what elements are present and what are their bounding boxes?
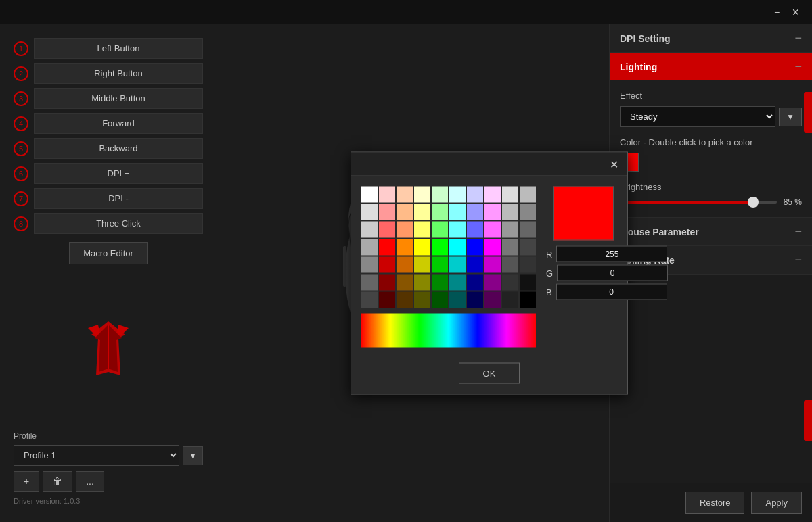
color-cell[interactable] [449,204,466,220]
minimize-button[interactable]: − [767,5,786,20]
brightness-thumb[interactable] [748,197,759,208]
color-cell[interactable] [397,187,413,203]
color-cell[interactable] [502,257,518,273]
color-cell[interactable] [379,292,395,308]
color-cell[interactable] [520,275,536,291]
color-cell[interactable] [397,239,413,256]
restore-button[interactable]: Restore [685,492,745,514]
button-label[interactable]: Forward [34,113,203,134]
color-cell[interactable] [432,292,448,308]
delete-profile-button[interactable]: 🗑 [43,471,72,492]
color-cell[interactable] [432,187,448,203]
color-cell[interactable] [361,257,378,273]
close-button[interactable]: ✕ [786,5,805,20]
color-cell[interactable] [449,292,466,308]
color-cell[interactable] [361,204,378,220]
color-cell[interactable] [502,239,518,256]
brightness-slider[interactable] [620,201,777,204]
color-cell[interactable] [520,204,536,220]
ok-button[interactable]: OK [459,363,520,384]
profile-dropdown-icon[interactable]: ▼ [183,446,203,465]
color-cell[interactable] [397,257,413,273]
g-input[interactable] [557,265,668,281]
color-cell[interactable] [397,222,413,238]
b-input[interactable] [556,284,667,300]
color-cell[interactable] [467,204,483,220]
color-cell[interactable] [502,222,518,238]
color-cell[interactable] [432,239,448,256]
button-label[interactable]: DPI + [34,163,203,184]
color-cell[interactable] [379,275,395,291]
color-cell[interactable] [432,257,448,273]
color-cell[interactable] [484,257,501,273]
color-cell[interactable] [502,275,518,291]
color-cell[interactable] [449,222,466,238]
color-cell[interactable] [379,222,395,238]
color-cell[interactable] [520,292,536,308]
dpi-header[interactable]: DPI Setting − [610,24,812,52]
color-cell[interactable] [414,275,430,291]
button-label[interactable]: Right Button [34,63,203,84]
color-cell[interactable] [449,239,466,256]
color-cell[interactable] [467,257,483,273]
color-cell[interactable] [414,239,430,256]
color-cell[interactable] [467,187,483,203]
color-cell[interactable] [414,187,430,203]
color-cell[interactable] [379,257,395,273]
button-label[interactable]: Three Click [34,213,203,234]
color-cell[interactable] [484,204,501,220]
color-cell[interactable] [361,239,378,256]
color-cell[interactable] [502,204,518,220]
macro-editor-button[interactable]: Macro Editor [69,242,148,264]
color-cell[interactable] [449,257,466,273]
button-label[interactable]: Backward [34,138,203,159]
add-profile-button[interactable]: + [14,471,39,492]
color-cell[interactable] [502,187,518,203]
color-cell[interactable] [520,239,536,256]
color-cell[interactable] [449,275,466,291]
effect-select[interactable]: Steady Breathing Neon Off [620,106,775,127]
more-options-button[interactable]: ... [76,471,104,492]
color-cell[interactable] [361,275,378,291]
dialog-close-button[interactable]: ✕ [606,156,622,172]
color-cell[interactable] [361,222,378,238]
color-cell[interactable] [361,187,378,203]
color-cell[interactable] [379,204,395,220]
color-cell[interactable] [502,292,518,308]
color-cell[interactable] [484,187,501,203]
color-cell[interactable] [379,239,395,256]
color-cell[interactable] [520,187,536,203]
color-cell[interactable] [449,187,466,203]
lighting-header[interactable]: Lighting − [610,53,812,80]
color-cell[interactable] [484,222,501,238]
color-cell[interactable] [520,222,536,238]
r-input[interactable] [556,246,667,262]
button-label[interactable]: Middle Button [34,88,203,109]
color-cell[interactable] [467,222,483,238]
color-cell[interactable] [397,292,413,308]
color-cell[interactable] [467,239,483,256]
color-cell[interactable] [432,204,448,220]
color-cell[interactable] [414,222,430,238]
color-spectrum[interactable] [361,314,536,348]
color-cell[interactable] [484,275,501,291]
color-cell[interactable] [432,275,448,291]
color-cell[interactable] [414,257,430,273]
apply-button[interactable]: Apply [751,492,802,514]
color-cell[interactable] [397,275,413,291]
button-label[interactable]: DPI - [34,188,203,209]
color-cell[interactable] [414,292,430,308]
color-cell[interactable] [520,257,536,273]
color-cell[interactable] [414,204,430,220]
color-cell[interactable] [379,187,395,203]
color-cell[interactable] [467,275,483,291]
color-cell[interactable] [397,204,413,220]
color-cell[interactable] [432,222,448,238]
color-cell[interactable] [467,292,483,308]
mouse-param-header[interactable]: Mouse Parameter − [610,218,812,245]
color-cell[interactable] [484,239,501,256]
button-label[interactable]: Left Button [34,38,203,59]
effect-dropdown-button[interactable]: ▼ [779,108,802,126]
color-cell[interactable] [484,292,501,308]
profile-select[interactable]: Profile 1 [14,445,179,466]
